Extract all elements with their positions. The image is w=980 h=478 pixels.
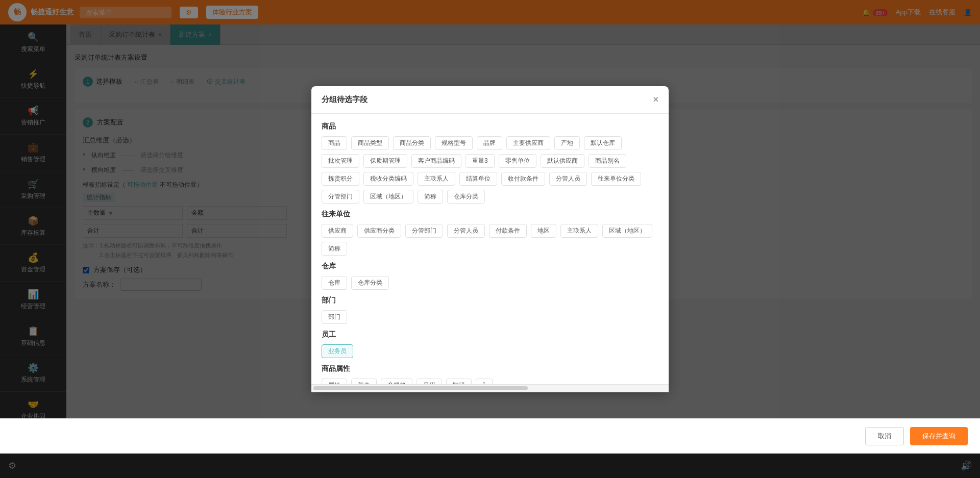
field-tag[interactable]: 属性 [322,379,347,384]
section-title-warehouse: 仓库 [322,262,658,271]
field-tag[interactable]: 主联系人 [560,224,598,238]
field-tag[interactable]: 供应商 [322,224,353,238]
field-tag[interactable]: 仓库 [322,276,347,290]
field-tag[interactable]: 重量3 [465,154,495,168]
field-tag[interactable]: 商品类型 [351,136,389,150]
field-tag[interactable]: 零售单位 [499,154,536,168]
field-tag[interactable]: 客户商品编码 [411,154,461,168]
section-title-product: 商品 [322,122,658,131]
field-tag[interactable]: 仓库分类 [447,190,485,204]
field-tag[interactable]: 简称 [418,190,443,204]
modal-body[interactable]: 商品 商品 商品类型 商品分类 规格型号 品牌 主要供应商 产地 默认仓库 批次… [311,114,669,384]
field-tag[interactable]: 保质期管理 [363,154,407,168]
field-tag[interactable]: 鞋码 [446,379,472,384]
field-tag[interactable]: 规格型号 [435,136,473,150]
field-tag[interactable]: 税收分类编码 [363,172,413,186]
section-title-department: 部门 [322,296,658,305]
field-tag[interactable]: 供应商分类 [357,224,401,238]
field-tag[interactable]: 批次管理 [322,154,359,168]
field-tag[interactable]: 多规格 [381,379,412,384]
section-title-employee: 员工 [322,330,658,339]
field-tag[interactable]: 商品别名 [589,154,626,168]
employee-fields: 业务员 [322,344,658,358]
product-fields: 商品 商品类型 商品分类 规格型号 品牌 主要供应商 产地 默认仓库 批次管理 … [322,136,658,204]
field-tag[interactable]: 主要供应商 [506,136,550,150]
cancel-button[interactable]: 取消 [865,427,904,445]
field-tag[interactable]: 结算单位 [459,172,497,186]
section-title-partner: 往来单位 [322,210,658,219]
field-tag[interactable]: 品牌 [477,136,502,150]
field-tag[interactable]: 付款条件 [489,224,527,238]
field-tag[interactable]: 收付款条件 [501,172,545,186]
modal-header: 分组待选字段 × [311,86,669,114]
field-tag[interactable]: 分管人员 [447,224,485,238]
save-query-button[interactable]: 保存并查询 [910,427,968,445]
field-tag[interactable]: 颜色 [351,379,377,384]
field-tag[interactable]: 拣货积分 [322,172,359,186]
field-tag[interactable]: 默认仓库 [584,136,622,150]
partner-fields: 供应商 供应商分类 分管部门 分管人员 付款条件 地区 主联系人 区域（地区） … [322,224,658,256]
field-tag[interactable]: 分管部门 [322,190,359,204]
modal-hscroll[interactable] [311,384,669,392]
field-tag[interactable]: 简称 [322,242,347,256]
field-tag[interactable]: 区域（地区） [602,224,652,238]
field-tag[interactable]: 分管部门 [405,224,443,238]
modal-close-btn[interactable]: × [653,94,658,105]
field-tag[interactable]: 产地 [554,136,580,150]
department-fields: 部门 [322,310,658,324]
field-tag[interactable]: 尺码 [416,379,442,384]
section-title-product-attr: 商品属性 [322,364,658,373]
field-tag[interactable]: 区域（地区） [363,190,413,204]
field-tag[interactable]: 仓库分类 [351,276,389,290]
warehouse-fields: 仓库 仓库分类 [322,276,658,290]
field-tag[interactable]: 主联系人 [418,172,455,186]
field-tag[interactable]: 地区 [531,224,556,238]
field-tag[interactable]: 1 [476,379,493,384]
field-tag[interactable]: 分管人员 [549,172,587,186]
hscroll-thumb [313,386,528,390]
field-tag[interactable]: 商品 [322,136,347,150]
modal-overlay: 分组待选字段 × 商品 商品 商品类型 商品分类 规格型号 品牌 主要供应商 产… [0,0,980,478]
product-attr-fields: 属性 颜色 多规格 尺码 鞋码 1 [322,379,658,384]
field-tag[interactable]: 部门 [322,310,347,324]
modal-dialog: 分组待选字段 × 商品 商品 商品类型 商品分类 规格型号 品牌 主要供应商 产… [311,86,669,392]
action-buttons: 取消 保存并查询 [0,418,980,454]
field-tag[interactable]: 往来单位分类 [591,172,641,186]
modal-title: 分组待选字段 [322,95,368,105]
field-tag[interactable]: 默认供应商 [541,154,584,168]
field-tag[interactable]: 商品分类 [393,136,431,150]
field-tag-employee[interactable]: 业务员 [322,344,353,358]
